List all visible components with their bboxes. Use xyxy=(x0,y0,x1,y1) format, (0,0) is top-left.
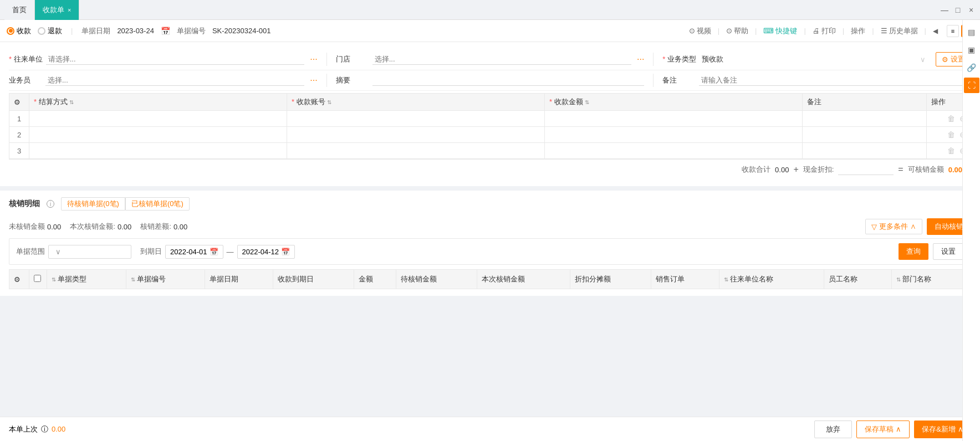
range-label: 单据范围 xyxy=(16,247,45,257)
filter-settings-label: 设置 xyxy=(941,247,956,255)
operation-btn[interactable]: 操作 xyxy=(851,26,865,36)
cal-end-icon[interactable]: 📅 xyxy=(281,248,290,256)
tab-home[interactable]: 首页 xyxy=(4,0,35,20)
writeoff-info-icon[interactable]: i xyxy=(47,200,54,208)
right-panel-icon-3[interactable]: 🔗 xyxy=(964,60,979,75)
row-2-remark[interactable] xyxy=(803,127,927,143)
partner-input[interactable] xyxy=(46,54,305,65)
date-separator: — xyxy=(227,248,234,256)
store-more-icon[interactable]: ··· xyxy=(637,54,644,64)
amount-label-d: 金额 xyxy=(359,275,373,283)
summary-label: 摘要 xyxy=(336,75,369,85)
staff-more-icon[interactable]: ··· xyxy=(310,75,317,85)
refund-radio[interactable]: 退款 xyxy=(38,26,62,36)
sort-bill-no[interactable]: ⇅ xyxy=(131,276,135,283)
date-end-value: 2022-04-12 xyxy=(242,248,279,256)
range-select[interactable]: ∨ xyxy=(48,245,131,259)
footer-info-icon[interactable]: ⓘ xyxy=(41,424,48,434)
cal-start-icon[interactable]: 📅 xyxy=(210,248,218,256)
date-start-input[interactable]: 2022-04-01 📅 xyxy=(165,245,223,259)
calendar-icon[interactable]: 📅 xyxy=(161,27,170,35)
right-panel-icon-1[interactable]: ▤ xyxy=(964,24,979,40)
video-btn[interactable]: ⊙ 视频 xyxy=(689,26,711,36)
discount-input[interactable] xyxy=(838,164,894,175)
date-value: 2023-03-24 xyxy=(117,27,154,35)
row-2-amount[interactable] xyxy=(545,127,803,143)
abandon-button[interactable]: 放弃 xyxy=(814,421,852,438)
sort-icon-payment[interactable]: ⇅ xyxy=(69,99,74,105)
row-1-payment[interactable] xyxy=(29,111,287,127)
filter-settings-button[interactable]: 设置 xyxy=(933,243,964,260)
row-1-account[interactable] xyxy=(287,111,545,127)
row-3-account[interactable] xyxy=(287,143,545,159)
close-button[interactable]: × xyxy=(967,6,976,14)
footer-info-value: 0.00 xyxy=(52,425,65,433)
operation-label: 操作 xyxy=(851,26,865,36)
table-settings-header[interactable]: ⚙ xyxy=(9,94,29,111)
store-input[interactable] xyxy=(372,54,631,65)
maximize-button[interactable]: □ xyxy=(953,6,962,14)
date-end-input[interactable]: 2022-04-12 📅 xyxy=(237,245,295,259)
stats-right: ▽ 更多条件 ∧ 自动核销 xyxy=(865,218,971,235)
sort-icon-amount[interactable]: ⇅ xyxy=(585,99,589,105)
history-btn[interactable]: ☰ 历史单据 xyxy=(881,26,918,36)
summary-input[interactable] xyxy=(372,75,645,86)
save-draft-button[interactable]: 保存草稿 ∧ xyxy=(856,421,910,438)
staff-input[interactable] xyxy=(45,75,304,86)
date-label: 单据日期 xyxy=(81,26,110,36)
row-2-account[interactable] xyxy=(287,127,545,143)
pending-tab[interactable]: 待核销单据(0笔) xyxy=(61,197,125,211)
sort-partner[interactable]: ⇅ xyxy=(724,276,728,283)
main-toolbar: 收款 退款 | 单据日期 2023-03-24 📅 单据编号 SK-202303… xyxy=(0,20,980,42)
biz-type-chevron[interactable]: ∨ xyxy=(920,55,926,64)
receipt-radio[interactable]: 收款 xyxy=(7,26,31,36)
shortcut-btn[interactable]: ⌨ 快捷键 xyxy=(763,26,797,36)
row-1-remark[interactable] xyxy=(803,111,927,127)
pending-header: 待核销金额 xyxy=(396,270,477,289)
done-tab[interactable]: 已核销单据(0笔) xyxy=(125,197,190,211)
account-header: * 收款账号 ⇅ xyxy=(287,94,545,111)
partner-more-icon[interactable]: ··· xyxy=(310,54,317,64)
current-value: 0.00 xyxy=(118,223,131,231)
select-all-checkbox[interactable] xyxy=(34,275,41,282)
right-panel-icon-2[interactable]: ▣ xyxy=(964,42,979,58)
sep1: | xyxy=(71,27,73,35)
tab-close-icon[interactable]: × xyxy=(68,7,71,13)
minimize-button[interactable]: — xyxy=(940,6,949,14)
amount-header: * 收款金额 ⇅ xyxy=(545,94,803,111)
row-1-amount[interactable] xyxy=(545,111,803,127)
row-3-remark[interactable] xyxy=(803,143,927,159)
tab-receipt[interactable]: 收款单 × xyxy=(35,0,79,20)
range-chevron: ∨ xyxy=(55,248,61,256)
sort-icon-account[interactable]: ⇅ xyxy=(327,99,331,105)
summary-field: 摘要 xyxy=(336,75,645,86)
row-3-delete-icon[interactable]: 🗑 xyxy=(947,146,955,155)
row-2-delete-icon[interactable]: 🗑 xyxy=(947,130,955,139)
discount-label: 折扣分摊额 xyxy=(575,275,611,283)
print-icon: 🖨 xyxy=(813,27,820,35)
help-btn[interactable]: ⊙ 帮助 xyxy=(726,26,748,36)
row-3-payment[interactable] xyxy=(29,143,287,159)
sort-bill-type[interactable]: ⇅ xyxy=(52,276,56,283)
sort-dept[interactable]: ⇅ xyxy=(896,276,901,283)
unwriteoff-label: 未核销金额 xyxy=(9,222,45,232)
remark-input[interactable] xyxy=(699,75,971,86)
query-button[interactable]: 查询 xyxy=(899,243,928,260)
pending-tab-label: 待核销单据(0笔) xyxy=(67,199,119,208)
list-view-icon[interactable]: ≡ xyxy=(947,25,959,37)
print-btn[interactable]: 🖨 打印 xyxy=(813,26,836,36)
draft-chevron-icon: ∧ xyxy=(896,425,901,433)
prev-btn[interactable]: ◀ xyxy=(933,27,938,35)
form-row-2: 业务员 ··· 摘要 备注 xyxy=(9,70,971,91)
partner-label: 往来单位 xyxy=(9,54,43,64)
sales-order-header: 销售订单 xyxy=(651,270,719,289)
right-panel-icon-4[interactable]: ⛶ xyxy=(964,78,979,93)
divider1 xyxy=(326,53,327,66)
row-3-amount[interactable] xyxy=(545,143,803,159)
more-filter-button[interactable]: ▽ 更多条件 ∧ xyxy=(865,219,922,234)
detail-settings-header[interactable]: ⚙ xyxy=(9,270,29,289)
total-label: 收款合计 xyxy=(742,165,770,175)
row-2-payment[interactable] xyxy=(29,127,287,143)
row-1-delete-icon[interactable]: 🗑 xyxy=(947,114,955,123)
sep7: | xyxy=(925,27,926,35)
